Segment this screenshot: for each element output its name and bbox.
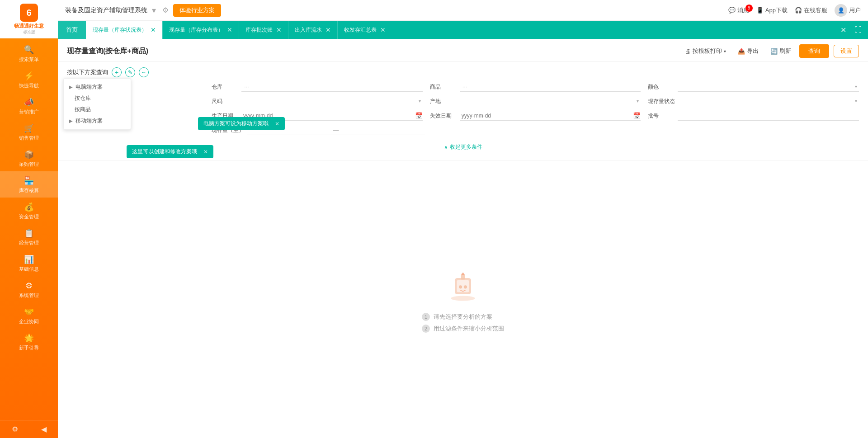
mobile-scheme-label: 移动端方案 <box>75 117 103 125</box>
filter-header: 按以下方案查询 + ✎ ← <box>67 67 859 77</box>
desktop-scheme-item[interactable]: ▶ 电脑端方案 <box>64 81 131 93</box>
user-label: 用户 <box>849 6 861 14</box>
sub-scheme-warehouse[interactable]: 按仓库 <box>75 93 131 104</box>
svg-rect-2 <box>457 280 469 292</box>
mobile-expand-icon: ▶ <box>69 118 73 123</box>
avatar: 👤 <box>835 4 847 17</box>
tooltip1-close[interactable]: ✕ <box>275 121 279 127</box>
sidebar-item-quick[interactable]: ⚡ 快捷导航 <box>0 66 58 93</box>
sidebar-item-purchase[interactable]: 📦 采购管理 <box>0 145 58 171</box>
print-icon: 🖨 <box>685 48 691 55</box>
tab-fullscreen-btn[interactable]: ⛶ <box>852 25 864 35</box>
tab-inventory-dist[interactable]: 现存量（库存分布表） ✕ <box>162 21 239 39</box>
sidebar-nav: 🔍 搜索菜单 ⚡ 快捷导航 📣 营销推广 🛒 销售管理 📦 采购管理 🏪 库存核… <box>0 38 58 420</box>
svg-point-6 <box>462 273 464 275</box>
settings-bottom-btn[interactable]: ⚙ <box>12 425 18 433</box>
support-item[interactable]: 🎧 在线客服 <box>795 6 827 14</box>
tab-home-label: 首页 <box>66 26 78 34</box>
sub-scheme-product[interactable]: 按商品 <box>75 104 131 115</box>
expire-date-label: 失效日期 <box>430 112 457 120</box>
tab-inventory-status-close[interactable]: ✕ <box>151 26 156 33</box>
query-button[interactable]: 查询 <box>799 44 829 58</box>
collapse-sidebar-btn[interactable]: ◀ <box>41 425 47 433</box>
export-btn[interactable]: 📤 导出 <box>734 45 762 57</box>
sidebar-item-basic[interactable]: 📊 基础信息 <box>0 250 58 276</box>
size-select-wrap: ▾ <box>241 96 423 106</box>
size-select[interactable] <box>241 96 423 106</box>
app-download-item[interactable]: 📱 App下载 <box>756 6 788 14</box>
logo-icon: 6 <box>20 4 38 22</box>
tab-batch-account-label: 库存批次账 <box>245 26 273 34</box>
tab-receive-send[interactable]: 收发存汇总表 ✕ <box>337 21 392 39</box>
empty-step-1: 1 请先选择要分析的方案 <box>422 313 504 321</box>
sidebar-label-guide: 新手引导 <box>19 344 39 351</box>
finance-icon: 💰 <box>24 202 34 212</box>
field-batch: 批号 <box>648 111 859 121</box>
expire-date-input[interactable] <box>460 111 633 120</box>
sidebar-item-finance[interactable]: 💰 资金管理 <box>0 198 58 224</box>
desktop-expand-icon: ▶ <box>69 85 73 89</box>
industry-plan-button[interactable]: 体验行业方案 <box>173 4 221 17</box>
sidebar-item-guide[interactable]: 🌟 新手引导 <box>0 329 58 355</box>
setting-button[interactable]: 设置 <box>834 45 859 57</box>
system-name: 装备及固定资产辅助管理系统 <box>65 6 147 14</box>
support-label: 在线客服 <box>804 6 827 14</box>
guide-icon: 🌟 <box>24 333 34 343</box>
origin-select[interactable] <box>460 96 641 106</box>
sidebar-item-marketing[interactable]: 📣 营销推广 <box>0 93 58 119</box>
desktop-sub-items: 按仓库 按商品 <box>64 93 131 115</box>
purchase-icon: 📦 <box>24 150 34 160</box>
refresh-btn[interactable]: 🔄 刷新 <box>767 45 795 57</box>
app-label: App下载 <box>765 6 788 14</box>
sidebar-item-system[interactable]: ⚙ 系统管理 <box>0 276 58 302</box>
edit-scheme-btn[interactable]: ✎ <box>125 67 135 77</box>
system-dropdown-icon[interactable]: ▾ <box>152 5 156 15</box>
tab-batch-account[interactable]: 库存批次账 ✕ <box>239 21 288 39</box>
sidebar-label-search: 搜索菜单 <box>19 56 39 63</box>
sidebar-label-purchase: 采购管理 <box>19 161 39 168</box>
filter-row-3: 生产日期 📅 失效日期 📅 批号 <box>212 111 859 121</box>
settings-icon[interactable]: ⚙ <box>162 6 169 14</box>
sidebar-bottom: ⚙ ◀ <box>0 420 58 438</box>
tab-inventory-status[interactable]: 现存量（库存状况表） ✕ <box>86 21 162 39</box>
system-icon: ⚙ <box>25 281 33 291</box>
sidebar-label-inventory: 库存核算 <box>19 187 39 194</box>
tab-home[interactable]: 首页 <box>58 21 86 39</box>
empty-steps: 1 请先选择要分析的方案 2 用过滤条件来缩小分析范围 <box>422 313 504 333</box>
empty-illustration <box>443 266 483 306</box>
produce-date-icon[interactable]: 📅 <box>415 112 423 119</box>
sidebar: 6 畅通通好生意 标准版 🔍 搜索菜单 ⚡ 快捷导航 📣 营销推广 🛒 销售管理… <box>0 0 58 438</box>
message-badge: 9 <box>745 5 753 12</box>
svg-point-4 <box>464 285 467 288</box>
sidebar-item-enterprise[interactable]: 🤝 企业协同 <box>0 302 58 329</box>
message-item[interactable]: 💬 9 消息 <box>728 6 749 14</box>
add-scheme-btn[interactable]: + <box>112 67 122 77</box>
tab-in-out-flow[interactable]: 出入库流水 ✕ <box>288 21 337 39</box>
tab-batch-close[interactable]: ✕ <box>276 26 282 33</box>
tooltip2-close[interactable]: ✕ <box>203 149 208 155</box>
size-label: 尺码 <box>212 98 239 105</box>
stock-status-select[interactable] <box>678 96 859 106</box>
tab-close-all-btn[interactable]: ✕ <box>838 25 849 35</box>
expire-date-icon[interactable]: 📅 <box>633 112 641 119</box>
user-item[interactable]: 👤 用户 <box>835 4 861 17</box>
main-area: 装备及固定资产辅助管理系统 ▾ ⚙ 体验行业方案 💬 9 消息 📱 App下载 … <box>58 0 868 438</box>
sidebar-item-search[interactable]: 🔍 搜索菜单 <box>0 40 58 66</box>
mobile-scheme-item[interactable]: ▶ 移动端方案 <box>64 115 131 127</box>
sidebar-item-sales[interactable]: 🛒 销售管理 <box>0 119 58 145</box>
batch-input[interactable] <box>678 111 859 121</box>
tab-in-out-label: 出入库流水 <box>295 26 322 34</box>
back-scheme-btn[interactable]: ← <box>139 67 149 77</box>
filter-section: 按以下方案查询 + ✎ ← ▶ 电脑端方案 按仓库 按商品 <box>58 62 868 160</box>
tab-inventory-dist-close[interactable]: ✕ <box>227 26 232 33</box>
sidebar-item-inventory[interactable]: 🏪 库存核算 <box>0 171 58 198</box>
stock-qty-input-max[interactable] <box>342 127 423 133</box>
color-select[interactable] <box>678 82 859 91</box>
product-label: 商品 <box>430 83 457 91</box>
sub-scheme-product-label: 按商品 <box>75 106 91 113</box>
sidebar-item-operations[interactable]: 📋 经营管理 <box>0 224 58 250</box>
tab-in-out-close[interactable]: ✕ <box>326 26 331 33</box>
tab-receive-send-close[interactable]: ✕ <box>380 26 386 33</box>
sidebar-label-finance: 资金管理 <box>19 213 39 220</box>
print-btn[interactable]: 🖨 按模板打印 ▾ <box>681 45 730 57</box>
